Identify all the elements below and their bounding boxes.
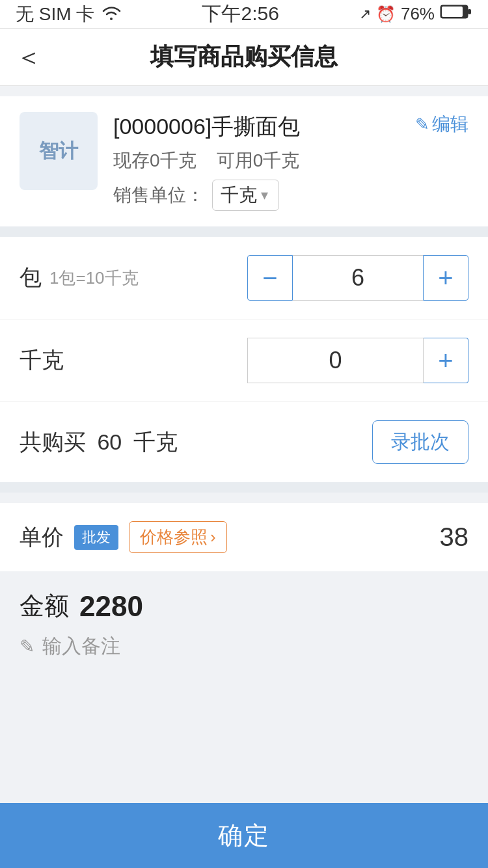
batch-tag: 批发 [74, 525, 118, 550]
divider-2 [0, 482, 488, 493]
product-stock: 现存0千克 可用0千克 [113, 148, 468, 173]
total-label: 共购买 60 千克 [20, 427, 178, 457]
kg-row: 千克 + [0, 319, 488, 402]
bag-label: 包 1包=10千克 [20, 263, 139, 293]
status-bar: 无 SIM 卡 下午2:56 ↗ ⏰ 76% [0, 0, 488, 29]
total-prefix: 共购买 [20, 429, 86, 454]
total-unit: 千克 [133, 429, 178, 454]
location-icon: ↗ [359, 6, 371, 23]
bag-quantity-controls: − + [247, 255, 468, 301]
bag-hint: 1包=10千克 [49, 267, 139, 290]
svg-rect-2 [442, 7, 463, 17]
bag-decrement-button[interactable]: − [247, 255, 293, 301]
price-ref-arrow-icon: › [210, 527, 216, 547]
back-button[interactable]: ＜ [16, 39, 42, 75]
product-name: [0000006]手撕面包 [113, 112, 415, 142]
wifi-icon [101, 4, 122, 25]
total-row: 共购买 60 千克 录批次 [0, 402, 488, 482]
kg-label: 千克 [20, 346, 64, 375]
edit-icon: ✎ [415, 115, 429, 135]
status-time: 下午2:56 [202, 1, 278, 27]
unit-prefix: 销售单位： [113, 183, 204, 208]
bag-quantity-input[interactable] [293, 255, 423, 301]
kg-quantity-input[interactable] [247, 338, 423, 383]
bag-increment-button[interactable]: + [423, 255, 468, 301]
price-ref-label: 价格参照 [140, 526, 208, 549]
battery-icon [440, 4, 472, 24]
product-info: [0000006]手撕面包 ✎ 编辑 现存0千克 可用0千克 销售单位： 千克 … [113, 112, 468, 211]
product-thumb-label: 智计 [39, 138, 78, 165]
pencil-icon: ✎ [20, 636, 34, 657]
product-thumbnail: 智计 [20, 112, 98, 190]
edit-button[interactable]: ✎ 编辑 [415, 112, 468, 137]
status-right: ↗ ⏰ 76% [359, 4, 472, 24]
edit-label: 编辑 [432, 112, 468, 137]
product-unit-row: 销售单位： 千克 ▾ [113, 180, 468, 211]
price-label: 单价 [20, 522, 64, 552]
status-left: 无 SIM 卡 [16, 2, 122, 27]
total-qty: 60 [97, 429, 122, 454]
amount-section: 金额 2280 ✎ 输入备注 [0, 571, 488, 670]
price-ref-button[interactable]: 价格参照 › [129, 521, 227, 553]
product-header: [0000006]手撕面包 ✎ 编辑 [113, 112, 468, 142]
remark-row[interactable]: ✎ 输入备注 [20, 633, 468, 660]
amount-label: 金额 [20, 590, 69, 623]
page-title: 填写商品购买信息 [150, 41, 338, 73]
nav-bar: ＜ 填写商品购买信息 [0, 29, 488, 86]
bag-quantity-row: 包 1包=10千克 − + [0, 237, 488, 319]
remark-label: 输入备注 [42, 633, 120, 660]
confirm-button[interactable]: 确定 [0, 803, 488, 868]
record-batch-button[interactable]: 录批次 [372, 420, 468, 464]
amount-row: 金额 2280 [20, 590, 468, 623]
kg-controls: + [247, 338, 468, 383]
dropdown-arrow-icon: ▾ [261, 187, 268, 204]
price-row: 单价 批发 价格参照 › 38 [20, 521, 468, 553]
svg-rect-1 [468, 9, 471, 14]
kg-increment-button[interactable]: + [423, 338, 468, 383]
carrier-text: 无 SIM 卡 [16, 2, 94, 27]
battery-percent: 76% [401, 4, 435, 24]
unit-value: 千克 [221, 183, 257, 208]
unit-dropdown[interactable]: 千克 ▾ [212, 180, 279, 211]
divider-1 [0, 226, 488, 237]
price-value: 38 [440, 522, 469, 552]
amount-value: 2280 [79, 590, 143, 623]
bag-text: 包 [20, 263, 42, 293]
price-section: 单价 批发 价格参照 › 38 [0, 503, 488, 571]
product-card: 智计 [0000006]手撕面包 ✎ 编辑 现存0千克 可用0千克 销售单位： … [0, 96, 488, 226]
available-label: 可用0千克 [217, 150, 300, 170]
stock-label: 现存0千克 [113, 150, 197, 170]
alarm-icon: ⏰ [376, 5, 396, 23]
